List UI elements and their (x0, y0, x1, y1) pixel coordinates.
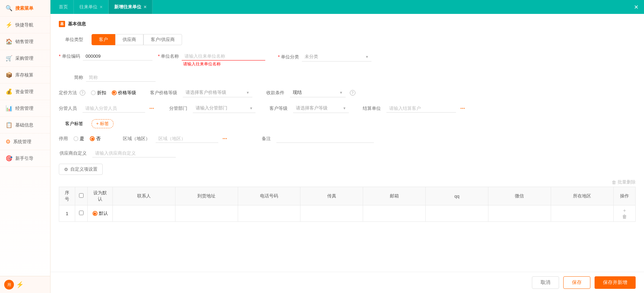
sidebar-item-operations[interactable]: 📊 经营管理 (0, 100, 50, 117)
row-default-radio[interactable]: 默认 (91, 210, 109, 217)
basic-icon: 📋 (6, 122, 13, 128)
batch-delete-bar: 🗑 批量删除 (59, 179, 636, 185)
disabled-no-radio[interactable]: 否 (90, 136, 101, 142)
window-close-button[interactable]: ✕ (631, 4, 641, 10)
supplier-custom-input[interactable] (92, 149, 176, 157)
footer-bar: 取消 保存 保存并新增 (50, 272, 644, 293)
settlement-unit-input[interactable] (386, 104, 456, 113)
table-row: 1 默认 (59, 205, 636, 222)
unit-type-supplier-btn[interactable]: 供应商 (115, 34, 143, 45)
unit-type-group: 客户 供应商 客户/供应商 (92, 34, 182, 45)
manager-input[interactable] (83, 104, 145, 113)
row-area[interactable] (551, 205, 613, 222)
unit-code-field: * 单位编码 (59, 52, 152, 60)
col-checkbox (75, 187, 88, 205)
payment-terms-select[interactable]: 现结 ▼ (290, 88, 346, 97)
system-icon: ⚙ (6, 138, 10, 145)
row-fax[interactable] (300, 205, 363, 222)
pricing-discount-radio[interactable]: 折扣 (91, 90, 106, 96)
sidebar-item-system[interactable]: ⚙ 系统管理 (0, 133, 50, 150)
save-button[interactable]: 保存 (563, 276, 590, 289)
add-row-icon[interactable]: ＋ (622, 207, 627, 213)
email-input[interactable] (367, 211, 422, 216)
sidebar-item-inventory[interactable]: 📦 库存核算 (0, 67, 50, 83)
purchase-icon: 🛒 (6, 55, 13, 62)
sidebar-item-quicknav[interactable]: ⚡ 快捷导航 (0, 17, 50, 33)
region-more-btn[interactable]: ··· (221, 136, 228, 142)
area-input[interactable] (555, 211, 610, 216)
unit-type-both-btn[interactable]: 客户/供应商 (143, 34, 182, 45)
sidebar-item-finance[interactable]: 💰 资金管理 (0, 83, 50, 100)
region-input[interactable] (156, 135, 218, 143)
cancel-button[interactable]: 取消 (532, 276, 559, 289)
row-email[interactable] (363, 205, 426, 222)
tags-label: 客户标签 (59, 121, 83, 127)
tab-partners-close[interactable]: ✕ (100, 5, 103, 9)
phone-input[interactable] (242, 211, 297, 216)
sidebar-item-sales[interactable]: 🏠 销售管理 (0, 33, 50, 50)
row-default[interactable]: 默认 (88, 205, 113, 222)
tab-partners[interactable]: 往来单位 ✕ (74, 0, 109, 14)
settlement-more-btn[interactable]: ··· (459, 105, 466, 112)
row-wechat[interactable] (488, 205, 551, 222)
sidebar-item-basic[interactable]: 📋 基础信息 (0, 117, 50, 133)
customer-level-field: 客户等级 请选择客户等级 ▼ (269, 104, 349, 113)
add-tag-button[interactable]: + 标签 (92, 119, 113, 128)
section-icon: 基 (59, 21, 65, 27)
row-qq[interactable] (426, 205, 488, 222)
qq-input[interactable] (429, 211, 485, 216)
sidebar-item-purchase[interactable]: 🛒 采购管理 (0, 50, 50, 67)
payment-help-icon[interactable]: ? (350, 90, 355, 96)
department-select[interactable]: 请输入分管部门 ▼ (193, 104, 256, 113)
radio-outer-checked (90, 136, 95, 141)
sidebar-item-search[interactable]: 🔍 搜索菜单 (0, 0, 50, 17)
delete-row-icon[interactable]: 🗑 (622, 214, 627, 219)
unit-category-select[interactable]: 未分类 ▼ (302, 52, 371, 62)
unit-code-input[interactable] (83, 52, 152, 60)
chevron-down-icon: ▼ (246, 91, 250, 95)
row-phone[interactable] (238, 205, 300, 222)
tab-home[interactable]: 首页 (53, 0, 74, 14)
short-name-input[interactable] (86, 73, 156, 82)
customer-price-level-label: 客户价格等级 (150, 90, 177, 96)
tab-new-partner-close[interactable]: ✕ (143, 5, 147, 9)
unit-type-row: 单位类型 客户 供应商 客户/供应商 (59, 34, 636, 45)
unit-type-label: 单位类型 (59, 36, 83, 43)
sidebar-item-label: 新手引导 (15, 155, 33, 162)
pricing-discount-label: 折扣 (97, 90, 106, 96)
row-address[interactable] (175, 205, 238, 222)
address-input[interactable] (179, 211, 234, 216)
row-actions: ＋ 🗑 (613, 205, 635, 222)
sidebar-item-label: 快捷导航 (15, 22, 33, 28)
customer-level-select[interactable]: 请选择客户等级 ▼ (293, 104, 349, 113)
settlement-unit-label: 结算单位 (363, 105, 381, 112)
pricing-help-icon[interactable]: ? (80, 90, 85, 96)
row-checkbox-input[interactable] (79, 211, 84, 215)
pricing-radio-group: 折扣 价格等级 (91, 90, 136, 96)
select-all-checkbox[interactable] (79, 193, 84, 198)
disabled-yes-radio[interactable]: 是 (73, 136, 84, 142)
tab-new-partner[interactable]: 新增往来单位 ✕ (109, 0, 152, 14)
manager-more-btn[interactable]: ··· (148, 105, 155, 112)
unit-type-customer-btn[interactable]: 客户 (92, 34, 115, 45)
chevron-down-icon: ▼ (365, 55, 369, 59)
row-contact[interactable] (112, 205, 175, 222)
sidebar-item-newbie[interactable]: 🎯 新手引导 (0, 150, 50, 167)
pricing-level-radio[interactable]: 价格等级 (112, 90, 136, 96)
wechat-input[interactable] (492, 211, 547, 216)
customer-price-level-select[interactable]: 请选择客户价格等级 ▼ (183, 88, 252, 97)
unit-category-label: * 单位分类 (278, 54, 299, 60)
quicknav-icon: ⚡ (6, 22, 13, 28)
notes-input[interactable] (276, 135, 374, 143)
fax-input[interactable] (304, 211, 359, 216)
save-and-new-button[interactable]: 保存并新增 (595, 276, 636, 289)
notes-label: 备注 (262, 136, 271, 142)
row-checkbox[interactable] (75, 205, 88, 222)
payment-terms-value: 现结 (293, 89, 338, 96)
unit-name-input[interactable] (182, 52, 265, 60)
inventory-icon: 📦 (6, 72, 13, 78)
disabled-radio-group: 是 否 (73, 136, 101, 142)
contact-input[interactable] (116, 211, 172, 216)
pricing-method-field: 定价方法 ? 折扣 价格等级 (59, 90, 136, 96)
custom-settings-button[interactable]: ⚙ 自定义项设置 (59, 164, 103, 175)
